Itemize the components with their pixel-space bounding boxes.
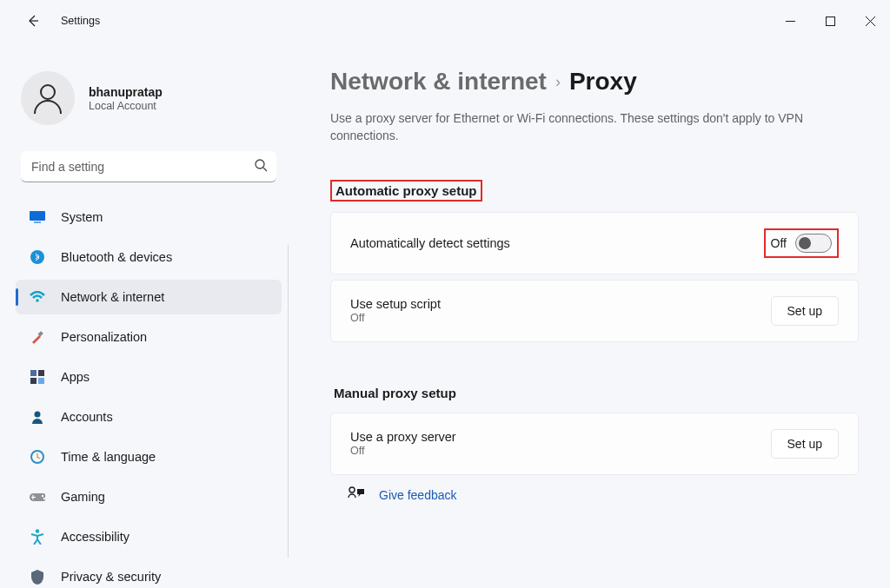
close-button[interactable] xyxy=(850,0,890,42)
sidebar-item-label: Privacy & security xyxy=(61,570,161,584)
svg-point-22 xyxy=(36,529,39,532)
toggle-auto-detect[interactable] xyxy=(795,234,832,253)
breadcrumb: Network & internet › Proxy xyxy=(330,68,859,96)
maximize-button[interactable] xyxy=(810,0,850,42)
svg-point-20 xyxy=(42,494,43,496)
sidebar-item-label: Accessibility xyxy=(61,530,130,544)
sidebar-item-system[interactable]: System xyxy=(16,200,282,235)
sidebar-item-accessibility[interactable]: Accessibility xyxy=(16,519,282,554)
minimize-button[interactable] xyxy=(770,0,810,42)
feedback-row: Give feedback xyxy=(330,486,859,505)
svg-rect-9 xyxy=(34,221,41,223)
card-use-script-title: Use setup script xyxy=(350,297,441,311)
setup-script-button[interactable]: Set up xyxy=(771,296,839,326)
person-icon xyxy=(30,81,65,116)
back-button[interactable] xyxy=(17,5,49,36)
sidebar-item-privacy-security[interactable]: Privacy & security xyxy=(16,559,282,588)
search-box xyxy=(21,151,276,182)
titlebar: Settings xyxy=(0,0,890,42)
avatar xyxy=(21,71,75,125)
apps-icon xyxy=(30,369,45,385)
breadcrumb-parent[interactable]: Network & internet xyxy=(330,68,547,96)
access-icon xyxy=(30,529,45,545)
svg-rect-13 xyxy=(30,370,37,376)
gamepad-icon xyxy=(30,489,45,505)
sidebar-item-accounts[interactable]: Accounts xyxy=(16,400,282,434)
svg-point-5 xyxy=(41,85,55,99)
bt-icon xyxy=(30,249,45,265)
sidebar-item-time-language[interactable]: Time & language xyxy=(16,439,282,474)
sidebar-item-label: Gaming xyxy=(61,490,105,504)
card-auto-detect: Automatically detect settings Off xyxy=(330,212,859,274)
sidebar-item-bluetooth-devices[interactable]: Bluetooth & devices xyxy=(16,240,282,274)
svg-point-6 xyxy=(256,160,264,168)
arrow-left-icon xyxy=(26,14,40,28)
svg-rect-12 xyxy=(37,331,43,336)
sidebar-item-label: System xyxy=(61,210,103,224)
card-use-proxy: Use a proxy server Off Set up xyxy=(330,413,859,475)
profile-block[interactable]: bhanupratap Local Account xyxy=(16,42,282,151)
svg-line-7 xyxy=(263,168,267,171)
sidebar-divider xyxy=(288,245,289,558)
section-manual-title: Manual proxy setup xyxy=(330,384,460,402)
search-input[interactable] xyxy=(21,151,276,182)
feedback-icon xyxy=(348,486,365,505)
sidebar-item-apps[interactable]: Apps xyxy=(16,360,282,394)
toggle-knob xyxy=(799,237,811,249)
page-description: Use a proxy server for Ethernet or Wi-Fi… xyxy=(330,109,817,145)
wifi-icon xyxy=(30,289,45,305)
svg-rect-8 xyxy=(30,211,45,221)
app-title: Settings xyxy=(61,15,100,27)
toggle-auto-detect-label: Off xyxy=(771,236,787,250)
section-auto-title: Automatic proxy setup xyxy=(330,180,482,202)
sidebar-item-label: Accounts xyxy=(61,410,113,424)
search-icon xyxy=(254,158,268,175)
breadcrumb-current: Proxy xyxy=(569,68,637,96)
sidebar-item-label: Apps xyxy=(61,370,90,384)
clock-icon xyxy=(30,449,45,465)
card-use-script: Use setup script Off Set up xyxy=(330,280,859,342)
svg-rect-2 xyxy=(826,17,834,25)
person-icon xyxy=(30,409,45,425)
monitor-icon xyxy=(30,209,45,225)
card-auto-detect-title: Automatically detect settings xyxy=(350,236,510,250)
sidebar-item-label: Network & internet xyxy=(61,290,164,304)
sidebar-item-label: Time & language xyxy=(61,450,156,464)
svg-rect-14 xyxy=(38,370,44,376)
feedback-link[interactable]: Give feedback xyxy=(379,488,457,502)
svg-point-23 xyxy=(349,487,355,492)
card-use-script-sub: Off xyxy=(350,312,441,324)
svg-point-11 xyxy=(36,299,39,302)
sidebar-item-label: Bluetooth & devices xyxy=(61,250,172,264)
close-icon xyxy=(866,17,875,26)
svg-point-17 xyxy=(35,412,41,418)
maximize-icon xyxy=(826,17,835,26)
shield-icon xyxy=(30,569,45,585)
sidebar: bhanupratap Local Account SystemBluetoot… xyxy=(0,42,289,588)
nav-list: SystemBluetooth & devicesNetwork & inter… xyxy=(16,200,282,588)
profile-type: Local Account xyxy=(89,100,163,112)
sidebar-item-label: Personalization xyxy=(61,330,147,344)
card-use-proxy-sub: Off xyxy=(350,445,456,457)
brush-icon xyxy=(30,329,45,345)
chevron-right-icon: › xyxy=(555,73,561,91)
minimize-icon xyxy=(786,17,795,26)
sidebar-item-network-internet[interactable]: Network & internet xyxy=(16,280,282,314)
sidebar-item-personalization[interactable]: Personalization xyxy=(16,320,282,354)
setup-proxy-button[interactable]: Set up xyxy=(771,429,839,459)
window-controls xyxy=(770,0,890,42)
toggle-group-highlight: Off xyxy=(764,228,839,258)
svg-rect-16 xyxy=(38,378,44,384)
svg-rect-15 xyxy=(30,378,37,384)
main-content: Network & internet › Proxy Use a proxy s… xyxy=(289,42,890,588)
sidebar-item-gaming[interactable]: Gaming xyxy=(16,479,282,514)
card-use-proxy-title: Use a proxy server xyxy=(350,430,456,444)
profile-name: bhanupratap xyxy=(89,85,163,99)
